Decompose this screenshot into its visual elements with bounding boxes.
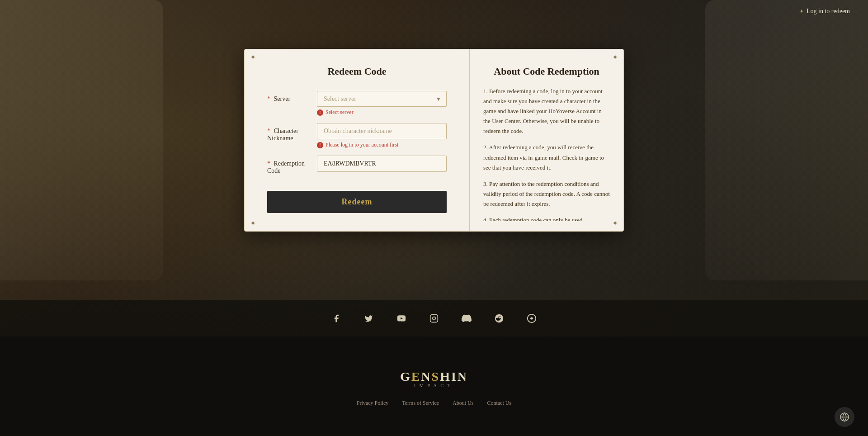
character-error-text: Please log in to your account first (326, 142, 398, 148)
server-error-icon: ! (317, 109, 323, 116)
corner-decoration-bl: ✦ (250, 219, 256, 227)
reddit-icon[interactable] (491, 310, 507, 327)
character-field-wrapper: ! Please log in to your account first (317, 123, 447, 148)
server-label: * Server (267, 91, 317, 103)
about-point-1: 1. Before redeeming a code, log in to yo… (483, 86, 610, 136)
instagram-icon[interactable] (426, 310, 442, 327)
contact-us-link[interactable]: Contact Us (487, 400, 511, 407)
required-star-redemption: * (267, 160, 270, 167)
svg-rect-1 (430, 315, 438, 322)
discord-icon[interactable] (458, 310, 475, 327)
redemption-label: * Redemption Code (267, 156, 317, 175)
redeem-panel: Redeem Code * Server Select server Ameri… (245, 49, 470, 231)
svg-text:IMPACT: IMPACT (414, 383, 454, 388)
twitter-icon[interactable] (361, 310, 377, 327)
server-select-wrapper: Select server America Europe Asia TW, HK… (317, 91, 447, 107)
terms-of-service-link[interactable]: Terms of Service (402, 400, 439, 407)
facebook-icon[interactable] (328, 310, 344, 327)
redemption-group: * Redemption Code (267, 156, 447, 175)
about-panel: About Code Redemption 1. Before redeemin… (470, 49, 623, 221)
server-field-wrapper: Select server America Europe Asia TW, HK… (317, 91, 447, 116)
social-bar (0, 300, 868, 336)
svg-text:GENSHIN: GENSHIN (400, 370, 468, 384)
redemption-input[interactable] (317, 156, 447, 172)
language-button[interactable] (835, 407, 854, 427)
genshin-logo: GENSHIN IMPACT (389, 366, 479, 391)
required-star-server: * (267, 95, 270, 102)
server-error: ! Select server (317, 109, 447, 116)
footer-links: Privacy Policy Terms of Service About Us… (357, 400, 511, 407)
corner-decoration-br: ✦ (612, 219, 618, 227)
login-button[interactable]: Log in to redeem (799, 8, 850, 15)
youtube-icon[interactable] (393, 310, 410, 327)
server-error-text: Select server (326, 109, 354, 116)
privacy-policy-link[interactable]: Privacy Policy (357, 400, 388, 407)
about-title: About Code Redemption (483, 66, 610, 77)
about-content: 1. Before redeeming a code, log in to yo… (483, 86, 610, 221)
character-error-icon: ! (317, 142, 323, 148)
logo-svg: GENSHIN IMPACT (389, 366, 479, 389)
server-group: * Server Select server America Europe As… (267, 91, 447, 116)
main-content: ✦ ✦ Redeem Code * Server Select server A… (0, 0, 868, 280)
footer-bottom: GENSHIN IMPACT Privacy Policy Terms of S… (0, 336, 868, 436)
character-label: * Character Nickname (267, 123, 317, 142)
character-input[interactable] (317, 123, 447, 139)
redemption-field-wrapper (317, 156, 447, 172)
logo-wordmark: GENSHIN IMPACT (389, 366, 479, 391)
modal-dialog: ✦ ✦ Redeem Code * Server Select server A… (244, 49, 624, 232)
required-star-character: * (267, 128, 270, 134)
about-point-4: 4. Each redemption code can only be used… (483, 215, 610, 221)
hoyolab-icon[interactable] (524, 310, 540, 327)
character-group: * Character Nickname ! Please log in to … (267, 123, 447, 148)
top-nav: Log in to redeem (0, 0, 868, 23)
redeem-title: Redeem Code (267, 66, 447, 77)
character-error: ! Please log in to your account first (317, 142, 447, 148)
redeem-button[interactable]: Redeem (267, 191, 447, 213)
about-point-3: 3. Pay attention to the redemption condi… (483, 179, 610, 209)
about-us-link[interactable]: About Us (453, 400, 473, 407)
globe-icon (840, 412, 849, 422)
about-point-2: 2. After redeeming a code, you will rece… (483, 142, 610, 172)
server-select[interactable]: Select server America Europe Asia TW, HK… (317, 91, 447, 107)
